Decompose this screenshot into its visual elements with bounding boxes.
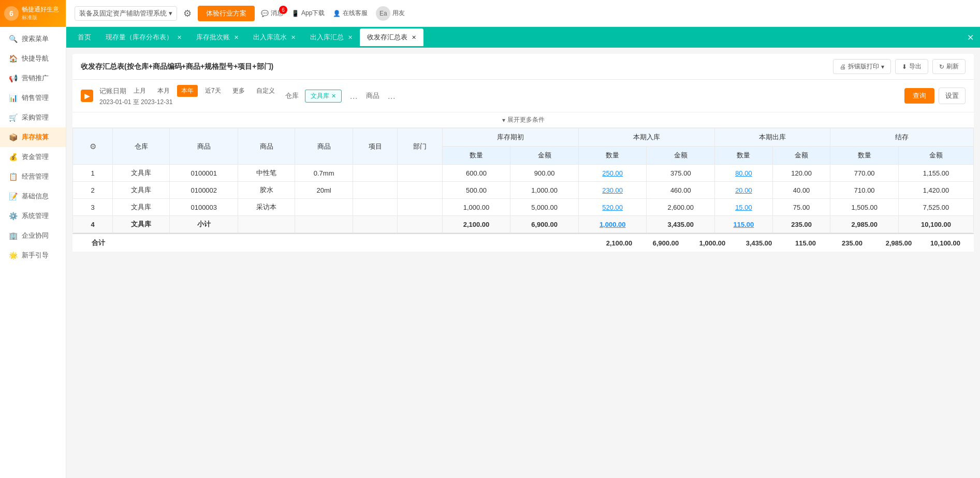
row-out-qty[interactable]: 15.00	[715, 199, 773, 216]
tab-summary[interactable]: 出入库汇总 ✕	[303, 28, 360, 46]
tab-recv-send[interactable]: 收发存汇总表 ✕	[360, 28, 423, 46]
edition-label: 标准版	[22, 14, 59, 21]
page-title: 收发存汇总表(按仓库+商品编码+商品+规格型号+项目+部门)	[81, 62, 273, 71]
col-in-amt-header: 金额	[647, 147, 715, 165]
sales-icon: 📊	[8, 94, 18, 102]
sidebar-item-label: 资金管理	[22, 152, 49, 162]
row-goods-name: 中性笔	[238, 165, 295, 182]
sidebar-item-guide[interactable]: 🌟 新手引导	[0, 245, 66, 265]
date-7days[interactable]: 近7天	[201, 85, 225, 97]
sidebar-item-search[interactable]: 🔍 搜索菜单	[0, 29, 66, 49]
row-close-qty: 770.00	[830, 165, 899, 182]
warehouse-tag[interactable]: 文具库 ✕	[305, 90, 342, 103]
date-more[interactable]: 更多	[228, 85, 249, 97]
date-this-month[interactable]: 本月	[153, 85, 174, 97]
subtotal-in-qty[interactable]: 1,000.00	[578, 216, 647, 233]
set-button[interactable]: 设置	[939, 88, 966, 104]
expand-button[interactable]: ▾ 展开更多条件	[502, 115, 545, 124]
goods-more-dots[interactable]: ...	[386, 91, 398, 102]
col-warehouse-header: 仓库	[113, 128, 170, 165]
row-in-qty[interactable]: 520.00	[578, 199, 647, 216]
tab-close-icon[interactable]: ✕	[412, 34, 416, 41]
row-in-qty[interactable]: 250.00	[578, 165, 647, 182]
sidebar-item-operations[interactable]: 📋 经营管理	[0, 167, 66, 186]
row-dept	[398, 199, 442, 216]
sidebar-item-enterprise[interactable]: 🏢 企业协同	[0, 226, 66, 245]
sidebar-header: 6 畅捷通好生意 标准版	[0, 0, 66, 27]
row-close-amt: 1,420.00	[899, 182, 974, 199]
row-goods-code: 0100003	[170, 199, 238, 216]
tab-home[interactable]: 首页	[70, 28, 98, 46]
app-download-item[interactable]: 📱 App下载	[291, 9, 325, 18]
out-qty-link[interactable]: 80.00	[735, 169, 752, 177]
sidebar-item-label: 营销推广	[22, 74, 49, 83]
row-in-qty[interactable]: 230.00	[578, 182, 647, 199]
date-last-month[interactable]: 上月	[129, 85, 150, 97]
sidebar-item-inventory[interactable]: 📦 库存核算	[0, 127, 66, 147]
tab-batch[interactable]: 库存批次账 ✕	[189, 28, 246, 46]
sidebar-item-finance[interactable]: 💰 资金管理	[0, 147, 66, 167]
table-row: 3 文具库 0100003 采访本 1,000.00 5,000.00 520.…	[73, 199, 974, 216]
settings-icon[interactable]: ⚙	[183, 8, 192, 19]
export-button[interactable]: ⬇ 导出	[895, 59, 928, 74]
gear-icon[interactable]: ⚙	[87, 140, 98, 153]
warehouse-tag-close[interactable]: ✕	[331, 93, 336, 99]
out-qty-link[interactable]: 15.00	[735, 204, 752, 211]
subtotal-out-qty[interactable]: 115.00	[715, 216, 773, 233]
chevron-down-icon: ▾	[881, 63, 884, 70]
sidebar-item-sales[interactable]: 📊 销售管理	[0, 88, 66, 108]
row-open-qty: 1,000.00	[442, 199, 510, 216]
row-project	[353, 182, 397, 199]
sidebar-item-label: 经营管理	[22, 172, 49, 181]
date-custom[interactable]: 自定义	[252, 85, 279, 97]
sidebar-item-purchase[interactable]: 🛒 采购管理	[0, 108, 66, 127]
online-service-item[interactable]: 👤 在线客服	[333, 9, 368, 18]
warehouse-more-dots[interactable]: ...	[348, 91, 360, 102]
close-all-tabs[interactable]: ✕	[965, 31, 976, 45]
row-open-amt: 1,000.00	[510, 182, 579, 199]
col-settings-header[interactable]: ⚙	[73, 128, 113, 165]
export-icon: ⬇	[902, 63, 907, 70]
row-out-qty[interactable]: 20.00	[715, 182, 773, 199]
user-label: 用友	[392, 9, 405, 18]
date-this-year[interactable]: 本年	[177, 85, 198, 97]
print-button[interactable]: 🖨 拆镶版打印 ▾	[833, 59, 891, 74]
in-qty-link[interactable]: 520.00	[602, 204, 623, 211]
message-item[interactable]: 💬 消息 6	[261, 9, 283, 18]
guide-icon: 🌟	[8, 251, 18, 259]
system-name-label: 装备及固定资产辅助管理系统	[79, 9, 167, 18]
tab-label: 出入库汇总	[310, 33, 344, 42]
subtotal-out-qty-link[interactable]: 115.00	[734, 221, 754, 228]
purchase-icon: 🛒	[8, 113, 18, 122]
row-in-amt: 460.00	[647, 182, 715, 199]
topbar: 装备及固定资产辅助管理系统 ▾ ⚙ 体验行业方案 💬 消息 6 📱 App下载 …	[66, 0, 980, 27]
row-out-qty[interactable]: 80.00	[715, 165, 773, 182]
tab-close-icon[interactable]: ✕	[234, 34, 239, 41]
subtotal-in-qty-link[interactable]: 1,000.00	[599, 221, 626, 228]
sidebar-item-marketing[interactable]: 📢 营销推广	[0, 68, 66, 88]
filter-toggle-button[interactable]: ▶	[81, 90, 93, 102]
tab-stock-dist[interactable]: 现存量（库存分布表） ✕	[98, 28, 189, 46]
user-item[interactable]: Ea 用友	[376, 6, 405, 21]
row-no: 2	[73, 182, 113, 199]
sidebar-item-label: 采购管理	[22, 113, 49, 122]
refresh-button[interactable]: ↻ 刷新	[932, 59, 966, 74]
row-out-amt: 120.00	[772, 165, 830, 182]
data-table-container: ⚙ 仓库 商品 商品 商品 项目 部门 库存期初 本期入库 本期出库 结存	[72, 128, 974, 233]
tab-flow[interactable]: 出入库流水 ✕	[246, 28, 303, 46]
tab-close-icon[interactable]: ✕	[348, 34, 353, 41]
sidebar-item-system[interactable]: ⚙️ 系统管理	[0, 206, 66, 226]
try-button[interactable]: 体验行业方案	[198, 6, 255, 21]
in-qty-link[interactable]: 250.00	[602, 169, 623, 177]
subtotal-close-qty: 2,985.00	[830, 216, 899, 233]
query-button[interactable]: 查询	[904, 88, 934, 104]
sidebar-item-basic[interactable]: 📝 基础信息	[0, 186, 66, 206]
sidebar-item-label: 销售管理	[22, 93, 49, 103]
sidebar-item-quicknav[interactable]: 🏠 快捷导航	[0, 49, 66, 68]
out-qty-link[interactable]: 20.00	[735, 186, 752, 194]
tab-close-icon[interactable]: ✕	[291, 34, 296, 41]
tab-close-icon[interactable]: ✕	[177, 34, 182, 41]
row-goods-name: 采访本	[238, 199, 295, 216]
in-qty-link[interactable]: 230.00	[602, 186, 623, 194]
system-select[interactable]: 装备及固定资产辅助管理系统 ▾	[75, 6, 177, 21]
